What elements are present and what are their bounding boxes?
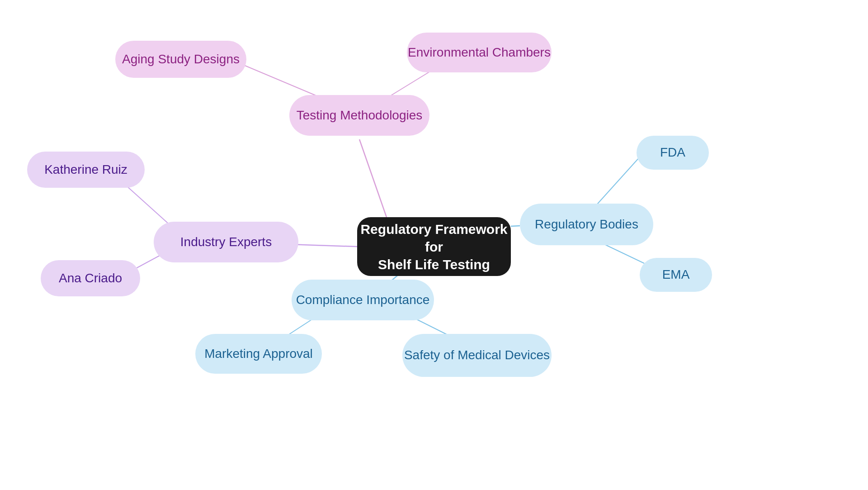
fda-label: FDA [660,144,685,161]
ana-criado-node[interactable]: Ana Criado [41,260,140,296]
testing-methodologies-label: Testing Methodologies [297,107,423,124]
ana-criado-label: Ana Criado [59,270,122,286]
katherine-ruiz-label: Katherine Ruiz [44,162,127,178]
center-node[interactable]: Regulatory Framework for Shelf Life Test… [357,217,511,276]
regulatory-bodies-node[interactable]: Regulatory Bodies [520,204,653,245]
environmental-chambers-node[interactable]: Environmental Chambers [407,33,552,72]
aging-study-designs-label: Aging Study Designs [122,51,240,67]
industry-experts-label: Industry Experts [180,234,272,250]
marketing-approval-label: Marketing Approval [204,346,313,362]
svg-line-6 [511,226,520,226]
safety-medical-devices-label: Safety of Medical Devices [404,347,550,363]
testing-methodologies-node[interactable]: Testing Methodologies [289,95,429,136]
compliance-importance-label: Compliance Importance [296,292,430,308]
safety-medical-devices-node[interactable]: Safety of Medical Devices [402,334,552,377]
katherine-ruiz-node[interactable]: Katherine Ruiz [27,152,145,188]
svg-line-3 [359,139,387,217]
svg-line-4 [240,63,326,100]
aging-study-designs-node[interactable]: Aging Study Designs [115,41,246,78]
compliance-importance-node[interactable]: Compliance Importance [292,280,434,320]
marketing-approval-node[interactable]: Marketing Approval [195,334,322,374]
fda-node[interactable]: FDA [637,136,709,170]
environmental-chambers-label: Environmental Chambers [408,44,551,61]
center-node-label: Regulatory Framework for Shelf Life Test… [357,220,511,273]
industry-experts-node[interactable]: Industry Experts [154,222,298,262]
ema-node[interactable]: EMA [640,258,712,292]
ema-label: EMA [662,266,690,283]
regulatory-bodies-label: Regulatory Bodies [535,216,638,233]
